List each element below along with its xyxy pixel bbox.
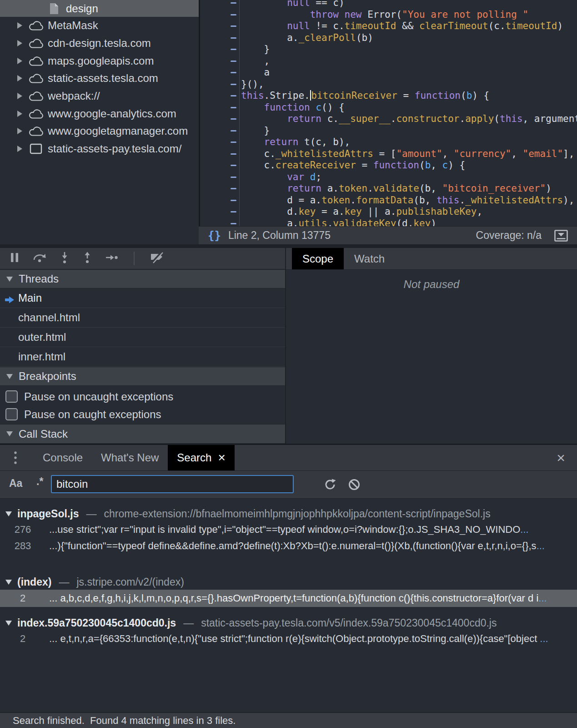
thread-item-inner-html[interactable]: inner.html <box>0 347 285 367</box>
code-token: } <box>264 125 270 136</box>
chevron-right-icon[interactable] <box>17 128 22 134</box>
search-result-file-header[interactable]: (index)—js.stripe.com/v2/(index) <box>0 574 577 590</box>
chevron-right-icon[interactable] <box>17 111 22 117</box>
fold-marker[interactable] <box>231 118 236 120</box>
search-match-row[interactable]: 276...use strict";var r="input is invali… <box>0 521 577 538</box>
code-line-row: a.utils.validateKey(d.key) <box>200 218 577 227</box>
search-result-file-header[interactable]: index.59a750230045c1400cd0.js—static-ass… <box>0 615 577 631</box>
checkbox-unchecked[interactable] <box>5 390 18 403</box>
close-drawer-icon[interactable]: × <box>557 445 565 470</box>
code-token: t(c, b), <box>298 136 350 147</box>
code-line: a <box>240 67 270 79</box>
fold-marker[interactable] <box>231 72 236 73</box>
fold-marker[interactable] <box>231 165 236 166</box>
file-tree-item-selected[interactable]: design <box>0 0 199 17</box>
regex-toggle[interactable]: .* <box>36 475 43 488</box>
step-icon[interactable] <box>105 253 118 263</box>
code-line: var d; <box>240 172 321 183</box>
search-result-file-header[interactable]: inpageSol.js—chrome-extension://bfnaelmo… <box>0 506 577 521</box>
fold-marker[interactable] <box>231 223 236 224</box>
code-token: ; <box>316 172 321 182</box>
fold-marker[interactable] <box>231 37 236 39</box>
tab-console[interactable]: Console <box>34 445 92 470</box>
step-out-icon[interactable] <box>83 252 92 265</box>
file-tree-item[interactable]: static-assets.tesla.com <box>0 70 199 87</box>
threads-section-header[interactable]: Threads <box>0 269 285 288</box>
deactivate-breakpoints-icon[interactable] <box>150 252 166 265</box>
code-token: createReceiver <box>276 160 356 171</box>
fold-marker[interactable] <box>231 177 236 178</box>
file-tree-label: MetaMask <box>48 19 98 32</box>
file-tree-item[interactable]: webpack:// <box>0 87 199 105</box>
code-token: token <box>321 195 350 206</box>
tab-label: Search <box>177 451 211 464</box>
fold-marker[interactable] <box>231 14 236 15</box>
thread-item-channel-html[interactable]: channel.html <box>0 308 285 328</box>
close-tab-icon[interactable]: × <box>218 451 225 464</box>
thread-item-outer-html[interactable]: outer.html <box>0 328 285 347</box>
fold-marker[interactable] <box>231 153 236 155</box>
file-tree-item[interactable]: www.googletagmanager.com <box>0 122 199 140</box>
tab-watch[interactable]: Watch <box>344 248 395 269</box>
result-file-name: index.59a750230045c1400cd0.js <box>17 617 176 629</box>
code-token: b <box>425 160 431 171</box>
checkbox-unchecked[interactable] <box>5 408 18 420</box>
code-token: ) { <box>472 90 489 101</box>
clear-icon[interactable] <box>348 478 361 491</box>
refresh-icon[interactable] <box>324 478 336 491</box>
chevron-right-icon[interactable] <box>17 40 22 46</box>
file-tree-item[interactable]: maps.googleapis.com <box>0 52 199 70</box>
fold-marker[interactable] <box>231 142 236 143</box>
fold-marker[interactable] <box>231 95 236 96</box>
drawer-tabs: ConsoleWhat's NewSearch× <box>34 445 235 470</box>
fold-marker[interactable] <box>231 130 236 131</box>
fold-marker[interactable] <box>231 2 236 4</box>
tab-what-s-new[interactable]: What's New <box>92 445 168 470</box>
expand-panel-icon[interactable] <box>554 230 568 242</box>
breakpoint-option[interactable]: Pause on uncaught exceptions <box>0 388 285 405</box>
file-tree-item[interactable]: www.google-analytics.com <box>0 105 199 122</box>
tab-scope[interactable]: Scope <box>292 248 344 269</box>
chevron-right-icon[interactable] <box>17 58 22 64</box>
code-token: null <box>287 20 310 31</box>
code-token: = <box>397 90 415 101</box>
pause-icon[interactable] <box>10 253 19 264</box>
tab-search[interactable]: Search× <box>168 445 234 470</box>
fold-marker[interactable] <box>231 25 236 27</box>
code-editor[interactable]: null == c)throw new Error("You are not p… <box>199 0 577 226</box>
chevron-right-icon[interactable] <box>17 75 22 81</box>
section-label: Breakpoints <box>19 370 76 383</box>
cloud-icon <box>28 91 44 101</box>
fold-marker[interactable] <box>231 84 236 85</box>
step-over-icon[interactable] <box>33 253 46 264</box>
code-token: (b) <box>356 32 373 43</box>
breakpoint-option[interactable]: Pause on caught exceptions <box>0 405 285 423</box>
search-query-input[interactable] <box>51 475 294 493</box>
code-token: timeoutId <box>506 20 557 31</box>
fold-marker[interactable] <box>231 211 236 212</box>
search-match-row[interactable]: 283...){"function"==typeof define&&defin… <box>0 538 577 554</box>
fold-marker[interactable] <box>231 188 236 189</box>
fold-marker[interactable] <box>231 61 236 62</box>
file-tree-item[interactable]: static-assets-pay.tesla.com/ <box>0 140 199 158</box>
step-into-icon[interactable] <box>60 252 69 265</box>
match-case-toggle[interactable]: Aa <box>9 477 22 490</box>
code-token: key <box>345 206 362 217</box>
file-tree-item[interactable]: cdn-design.tesla.com <box>0 35 199 52</box>
breakpoints-section-header[interactable]: Breakpoints <box>0 367 285 386</box>
chevron-right-icon[interactable] <box>17 22 22 29</box>
call-stack-section-header[interactable]: Call Stack <box>0 424 285 444</box>
fold-marker[interactable] <box>231 107 236 108</box>
file-tree-item[interactable]: MetaMask <box>0 17 199 35</box>
fold-marker[interactable] <box>231 200 236 201</box>
search-match-row[interactable]: 2... e,t,n,r,a={66353:function(e,t,n){"u… <box>0 631 577 647</box>
more-options-icon[interactable] <box>14 445 17 470</box>
chevron-right-icon[interactable] <box>17 146 22 152</box>
code-lines: null == c)throw new Error("You are not p… <box>200 0 577 226</box>
pretty-print-icon[interactable]: {} <box>208 229 221 242</box>
search-match-row[interactable]: 2... a,b,c,d,e,f,g,h,i,j,k,l,m,n,o,p,q,r… <box>0 590 577 607</box>
thread-item-main[interactable]: Main <box>0 288 285 308</box>
file-tree-label: static-assets-pay.tesla.com/ <box>48 142 181 155</box>
fold-marker[interactable] <box>231 49 236 50</box>
chevron-right-icon[interactable] <box>17 93 22 99</box>
